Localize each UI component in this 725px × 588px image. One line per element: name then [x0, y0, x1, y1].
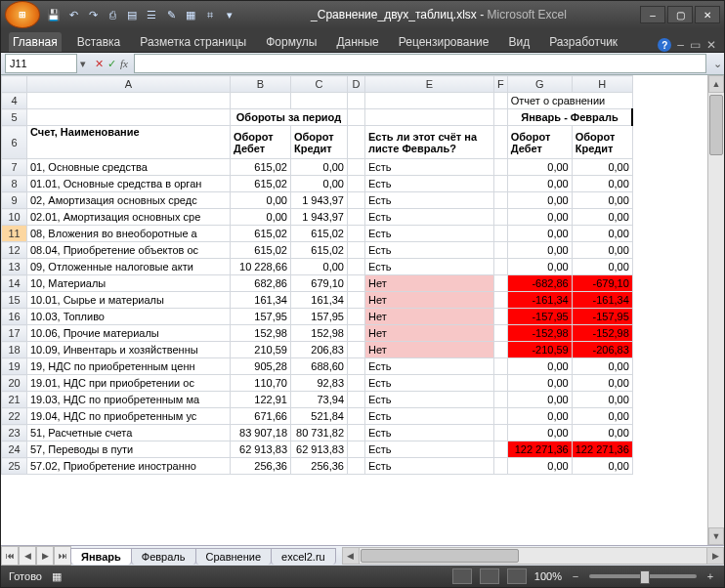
cell[interactable]: 157,95 — [291, 309, 348, 325]
cell[interactable] — [348, 226, 365, 242]
cell[interactable]: Нет — [365, 309, 494, 325]
col-header[interactable]: C — [291, 76, 348, 93]
cell[interactable]: Есть — [365, 375, 494, 392]
cell[interactable]: -152,98 — [507, 325, 572, 342]
maximize-button[interactable]: ▢ — [667, 6, 693, 23]
cell[interactable]: 0,00 — [507, 209, 572, 226]
cell[interactable] — [494, 375, 508, 392]
cell[interactable] — [348, 242, 365, 259]
cell[interactable]: 0,00 — [572, 358, 632, 375]
cell[interactable]: -161,34 — [507, 292, 572, 309]
scroll-down-icon[interactable]: ▼ — [708, 527, 724, 545]
cell[interactable]: -210,59 — [507, 342, 572, 358]
cell[interactable] — [494, 358, 508, 375]
cell[interactable]: 161,34 — [231, 292, 291, 309]
cell[interactable]: 688,60 — [291, 358, 348, 375]
cell[interactable]: Обороты за период — [231, 109, 348, 126]
cell[interactable] — [494, 176, 508, 192]
cell[interactable]: 0,00 — [572, 192, 632, 209]
zoom-level[interactable]: 100% — [534, 570, 562, 582]
col-header[interactable]: A — [27, 76, 231, 93]
cell[interactable]: 615,02 — [231, 242, 291, 259]
cell[interactable]: 0,00 — [572, 392, 632, 408]
cell[interactable]: 0,00 — [572, 242, 632, 259]
cell[interactable]: 19.03, НДС по приобретенным ма — [27, 392, 231, 408]
row-header[interactable]: 23 — [2, 425, 27, 441]
cell[interactable]: 0,00 — [507, 408, 572, 425]
cell[interactable] — [494, 259, 508, 275]
cell[interactable]: 62 913,83 — [231, 441, 291, 458]
cell[interactable]: -152,98 — [572, 325, 632, 342]
cell[interactable]: 08, Вложения во внеоборотные а — [27, 226, 231, 242]
cell[interactable]: 02, Амортизация основных средс — [27, 192, 231, 209]
enter-icon[interactable]: ✓ — [107, 58, 116, 70]
cell[interactable] — [494, 226, 508, 242]
cell[interactable]: 10.09, Инвентарь и хозяйственны — [27, 342, 231, 358]
mdi-minimize-icon[interactable]: – — [677, 38, 684, 52]
row-header[interactable]: 5 — [2, 109, 27, 126]
row-header[interactable]: 18 — [2, 342, 27, 358]
cell[interactable]: 19.04, НДС по приобретенным ус — [27, 408, 231, 425]
cell[interactable]: Оборот Кредит — [291, 126, 348, 159]
cell[interactable]: Оборот Дебет — [231, 126, 291, 159]
ribbon-tab[interactable]: Формулы — [262, 32, 320, 52]
cell[interactable] — [348, 441, 365, 458]
qat-icon[interactable]: ▤ — [124, 7, 140, 22]
cell[interactable] — [348, 259, 365, 275]
cell[interactable] — [348, 358, 365, 375]
cell[interactable] — [348, 342, 365, 358]
cell[interactable]: -682,86 — [507, 275, 572, 292]
cell[interactable]: 615,02 — [231, 159, 291, 176]
first-sheet-icon[interactable]: ⏮ — [1, 546, 19, 566]
row-header[interactable]: 22 — [2, 408, 27, 425]
cell[interactable]: 0,00 — [291, 159, 348, 176]
cell[interactable]: 0,00 — [572, 425, 632, 441]
cell[interactable]: 01.01, Основные средства в орган — [27, 176, 231, 192]
qat-icon[interactable]: ▦ — [183, 7, 198, 22]
cell[interactable]: Нет — [365, 325, 494, 342]
cell[interactable] — [494, 342, 508, 358]
cell[interactable]: 152,98 — [231, 325, 291, 342]
cell[interactable]: 0,00 — [507, 192, 572, 209]
cell[interactable]: 0,00 — [507, 375, 572, 392]
scroll-right-icon[interactable]: ▶ — [706, 548, 723, 564]
cell[interactable]: 122 271,36 — [507, 441, 572, 458]
row-header[interactable]: 12 — [2, 242, 27, 259]
qat-more-icon[interactable]: ▾ — [222, 7, 237, 22]
col-header[interactable]: E — [365, 76, 494, 93]
scroll-thumb[interactable] — [709, 95, 723, 155]
cell[interactable]: Есть — [365, 408, 494, 425]
row-header[interactable]: 21 — [2, 392, 27, 408]
ribbon-tab[interactable]: Рецензирование — [395, 32, 493, 52]
cell[interactable]: 83 907,18 — [231, 425, 291, 441]
cell[interactable]: 122 271,36 — [572, 441, 632, 458]
close-button[interactable]: ✕ — [695, 6, 720, 23]
cell[interactable]: 615,02 — [231, 176, 291, 192]
cell[interactable]: 905,28 — [231, 358, 291, 375]
cell[interactable] — [348, 375, 365, 392]
row-header[interactable]: 17 — [2, 325, 27, 342]
cell[interactable]: 0,00 — [507, 226, 572, 242]
cell[interactable]: Есть — [365, 259, 494, 275]
cell[interactable]: 0,00 — [507, 458, 572, 475]
ribbon-tab[interactable]: Данные — [332, 32, 382, 52]
row-header[interactable]: 7 — [2, 159, 27, 176]
save-icon[interactable]: 💾 — [46, 7, 62, 22]
col-header[interactable]: F — [494, 76, 508, 93]
cell[interactable]: 10.06, Прочие материалы — [27, 325, 231, 342]
cell[interactable] — [348, 408, 365, 425]
cell[interactable] — [348, 325, 365, 342]
ribbon-tab[interactable]: Вставка — [73, 32, 125, 52]
cell[interactable]: 0,00 — [572, 259, 632, 275]
cell[interactable]: 19.01, НДС при приобретении ос — [27, 375, 231, 392]
cell[interactable]: 73,94 — [291, 392, 348, 408]
zoom-out-icon[interactable]: − — [570, 570, 581, 582]
cell[interactable]: 682,86 — [231, 275, 291, 292]
namebox-dropdown-icon[interactable]: ▾ — [77, 58, 89, 70]
cell[interactable]: 0,00 — [291, 259, 348, 275]
cell[interactable]: 679,10 — [291, 275, 348, 292]
cell[interactable]: 0,00 — [291, 176, 348, 192]
cell[interactable]: 92,83 — [291, 375, 348, 392]
minimize-button[interactable]: – — [640, 6, 665, 23]
cell[interactable]: Январь - Февраль — [507, 109, 632, 126]
